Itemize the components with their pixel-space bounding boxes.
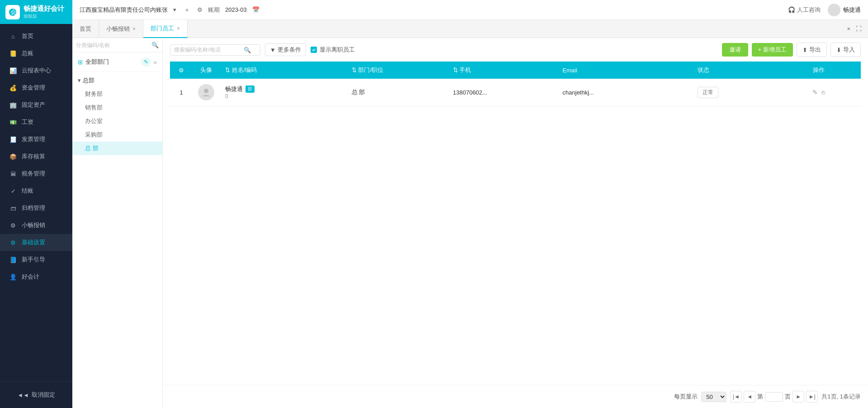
invite-button[interactable]: 邀请 [722,43,748,57]
sidebar-item-label: 首页 [22,32,33,40]
dept-search-icon[interactable]: 🔍 [151,42,159,48]
archive-icon: 🗃 [9,204,17,212]
more-filter-button[interactable]: ▼ 更多条件 [265,43,306,56]
dept-child-label: 销售部 [85,104,103,111]
sidebar-item-salary[interactable]: 💵 工资 [0,114,72,131]
support-label: 人工咨询 [797,6,821,14]
sidebar: 会 畅捷通好会计 旗舰版 ⌂ 首页 📒 总账 📊 云报表中心 💰 资金管理 🏢 … [0,0,72,408]
tab-department[interactable]: 部门员工 × [143,20,188,38]
dept-item-general[interactable]: 总 部 [72,142,162,155]
add-employee-button[interactable]: + 新增员工 [752,43,793,57]
dept-search-input[interactable] [76,42,151,48]
per-page-select-wrapper: 50 20 100 [701,392,726,402]
per-page-select[interactable]: 50 20 100 [701,392,726,402]
cancel-pin-button[interactable]: ◄◄ 取消固定 [0,386,72,403]
dept-all-header[interactable]: ⊞ 全部部门 ✎ « [72,52,162,72]
page-number-input[interactable]: 1 [765,392,783,402]
sidebar-item-label: 结账 [22,187,33,195]
sidebar-item-account[interactable]: 👤 好会计 [0,268,72,285]
logo-subtitle: 旗舰版 [24,13,64,19]
tab-home-label: 首页 [80,25,91,33]
sidebar-item-inventory[interactable]: 📦 库存核算 [0,148,72,165]
col-name[interactable]: ⇅ 姓名/编码 [220,62,346,79]
dept-label: 总部 [83,77,94,84]
export-button[interactable]: ⬆ 导出 [797,43,827,57]
dept-child-label: 办公室 [85,118,103,124]
tab-expand-button[interactable]: ⛶ [853,24,864,34]
dept-item-office[interactable]: 办公室 [72,114,162,128]
dept-item-purchase[interactable]: 采购部 [72,128,162,142]
table-row: 1 畅捷通 [170,79,861,106]
col-dept[interactable]: ⇅ 部门/职位 [346,62,448,79]
logout-employee-button[interactable]: ⎋ [821,89,825,96]
right-panel: 🔍 ▼ 更多条件 显示离职员工 邀请 + 新增员工 ⬆ [163,38,868,408]
guide-icon: 📘 [9,256,17,264]
employee-search-input[interactable] [174,47,242,53]
dept-child-label: 财务部 [85,90,103,97]
col-settings[interactable]: ⚙ [170,62,193,79]
status-badge: 正常 [698,87,718,98]
dept-item-sales[interactable]: 销售部 [72,101,162,114]
company-settings-icon[interactable]: ⚙ [197,6,203,13]
tab-department-label: 部门员工 [151,24,174,33]
prev-page-button[interactable]: ◄ [744,391,755,403]
sidebar-item-checkout[interactable]: ✓ 结账 [0,182,72,199]
per-page-label: 每页显示 [674,393,698,401]
dept-child-label: 采购部 [85,131,103,138]
edit-employee-button[interactable]: ✎ [812,89,818,96]
cancel-pin-label: 取消固定 [32,391,55,399]
sidebar-item-label: 云报表中心 [22,66,51,75]
add-company-button[interactable]: ＋ [182,5,192,15]
fund-icon: 💰 [9,84,17,92]
sidebar-item-fund[interactable]: 💰 资金管理 [0,79,72,96]
import-label: 导入 [843,46,855,54]
first-page-button[interactable]: |◄ [730,391,742,403]
employee-code: 0 [225,93,341,100]
sidebar-item-label: 总账 [22,49,33,57]
tab-department-close[interactable]: × [177,25,180,32]
user-info[interactable]: 畅捷通 [828,4,861,16]
next-page-button[interactable]: ► [793,391,804,403]
tab-close-all-button[interactable]: × [844,24,853,34]
tab-expense[interactable]: 小畅报销 × [99,20,143,38]
svg-point-2 [204,89,208,93]
col-name-label: 姓名/编码 [232,66,257,73]
dept-edit-button[interactable]: ✎ [141,57,151,67]
sidebar-item-guide[interactable]: 📘 新手引导 [0,251,72,268]
sidebar-item-settings[interactable]: ⚙ 基础设置 [0,234,72,251]
sidebar-item-invoice[interactable]: 🧾 发票管理 [0,131,72,148]
sidebar-item-asset[interactable]: 🏢 固定资产 [0,96,72,114]
import-button[interactable]: ⬇ 导入 [830,43,861,57]
dept-item-finance[interactable]: 财务部 [72,87,162,101]
sidebar-item-ledger[interactable]: 📒 总账 [0,45,72,62]
sidebar-item-archive[interactable]: 🗃 归档管理 [0,199,72,217]
show-resigned-checkbox[interactable] [311,47,317,53]
cell-num: 1 [170,79,193,106]
sidebar-item-expense[interactable]: ⚙ 小畅报销 [0,217,72,234]
show-resigned-toggle[interactable]: 显示离职员工 [311,46,355,54]
col-phone[interactable]: ⇅ 手机 [448,62,557,79]
import-icon: ⬇ [836,47,841,53]
ledger-icon: 📒 [9,49,17,57]
cell-action: ✎ ⎋ [776,79,861,106]
period-value: 2023-03 [225,6,247,13]
dept-child-label: 总 部 [85,145,99,152]
settings-col-icon: ⚙ [179,67,184,74]
sidebar-item-report[interactable]: 📊 云报表中心 [0,62,72,79]
logo-text-area: 畅捷通好会计 旗舰版 [24,5,64,19]
employee-toolbar: 🔍 ▼ 更多条件 显示离职员工 邀请 + 新增员工 ⬆ [163,38,868,62]
company-dropdown-icon[interactable]: ▾ [173,6,176,13]
employee-search-icon[interactable]: 🔍 [244,47,251,53]
sidebar-item-label: 归档管理 [22,204,45,212]
calendar-icon[interactable]: 📅 [252,6,259,13]
dept-item-zongbu[interactable]: ▾ 总部 [72,74,162,87]
chart-icon: 📊 [9,66,17,75]
tab-home[interactable]: 首页 [72,20,99,38]
inventory-icon: 📦 [9,152,17,161]
dept-collapse-button[interactable]: « [154,59,157,66]
tab-expense-close[interactable]: × [132,26,136,32]
support-button[interactable]: 🎧 人工咨询 [788,6,821,14]
sidebar-item-home[interactable]: ⌂ 首页 [0,28,72,45]
sidebar-item-tax[interactable]: 🏛 税务管理 [0,165,72,182]
last-page-button[interactable]: ►| [806,391,818,403]
